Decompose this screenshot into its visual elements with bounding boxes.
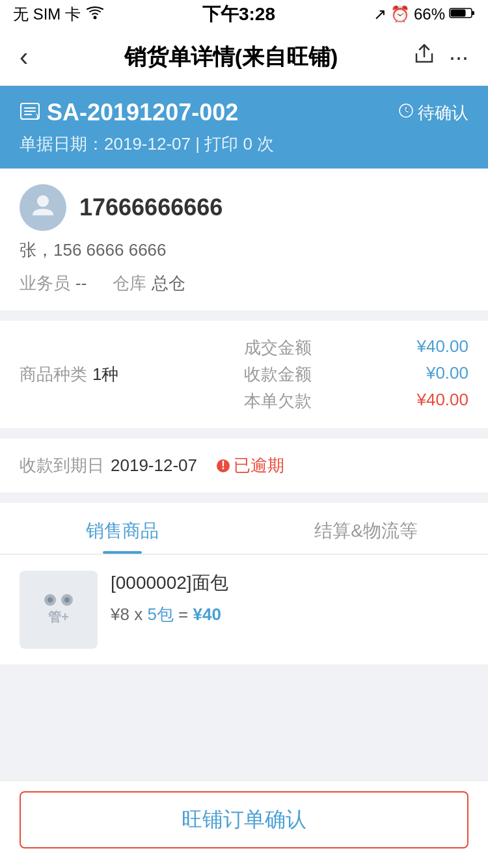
- amount-label: 成交金额: [244, 336, 312, 359]
- product-thumb-inner: 管+: [44, 594, 73, 626]
- product-info: [0000002]面包 ¥8 x 5包 = ¥40: [111, 571, 468, 626]
- sales-value: --: [75, 273, 87, 293]
- amounts: 成交金额 ¥40.00 收款金额 ¥0.00 本单欠款 ¥40.00: [244, 336, 468, 413]
- status-time: 下午3:28: [202, 2, 275, 27]
- share-icon[interactable]: [413, 42, 436, 72]
- carrier-text: 无 SIM 卡: [13, 4, 81, 25]
- clock-icon: [398, 103, 414, 123]
- order-date: 单据日期：2019-12-07 | 打印 0 次: [20, 133, 468, 156]
- order-id: SA-20191207-002: [20, 99, 238, 126]
- wifi-icon: [86, 5, 104, 23]
- alarm-icon: ⏰: [390, 5, 410, 23]
- type-value: 1种: [92, 363, 118, 386]
- overdue-dot-icon: !: [217, 459, 230, 472]
- nav-actions: ···: [403, 42, 468, 72]
- due-label: 收款到期日: [20, 454, 104, 477]
- product-thumbnail: 管+: [20, 571, 98, 649]
- product-total: ¥40: [193, 604, 221, 624]
- user-icon: [29, 191, 57, 225]
- customer-row: 17666666666: [20, 184, 468, 231]
- confirm-order-button[interactable]: 旺铺订单确认: [20, 791, 468, 848]
- debt-value: ¥40.00: [416, 390, 468, 413]
- battery-icon: [449, 5, 475, 23]
- brand-text: 管+: [48, 608, 69, 626]
- svg-point-0: [94, 16, 97, 20]
- status-carrier: 无 SIM 卡: [13, 4, 104, 25]
- status-bar: 无 SIM 卡 下午3:28 ↗ ⏰ 66%: [0, 0, 488, 29]
- customer-phone: 17666666666: [79, 194, 223, 221]
- product-price: ¥8 x 5包 = ¥40: [111, 603, 468, 626]
- amount-row-1: 成交金额 ¥40.00: [244, 336, 468, 359]
- due-date-value: 2019-12-07: [111, 455, 197, 476]
- sales-label: 业务员: [20, 272, 70, 295]
- location-icon: ↗: [373, 5, 386, 23]
- warehouse-label: 仓库: [113, 272, 146, 295]
- summary-section: 商品种类 1种 成交金额 ¥40.00 收款金额 ¥0.00 本单欠款 ¥40.…: [0, 321, 488, 428]
- product-qty: 5包: [147, 604, 173, 624]
- sales-meta: 业务员 --: [20, 272, 87, 295]
- overdue-text: 已逾期: [234, 454, 284, 477]
- product-name: [0000002]面包: [111, 571, 468, 595]
- price-value: ¥8: [111, 604, 129, 624]
- order-header: SA-20191207-002 待确认 单据日期：2019-12-07 | 打印…: [0, 86, 488, 169]
- bottom-action-area: 旺铺订单确认: [0, 780, 488, 868]
- battery-text: 66%: [414, 5, 445, 23]
- more-icon[interactable]: ···: [449, 44, 468, 71]
- tab-settlement[interactable]: 结算&物流等: [244, 503, 488, 554]
- page-title: 销货单详情(来自旺铺): [59, 42, 403, 72]
- debt-label: 本单欠款: [244, 390, 312, 413]
- overdue-badge: ! 已逾期: [210, 452, 291, 480]
- type-label: 商品种类: [20, 363, 87, 386]
- received-value: ¥0.00: [426, 363, 468, 386]
- received-label: 收款金额: [244, 363, 312, 386]
- svg-point-6: [37, 195, 49, 207]
- amount-row-3: 本单欠款 ¥40.00: [244, 390, 468, 413]
- nav-bar: ‹ 销货单详情(来自旺铺) ···: [0, 29, 488, 86]
- due-date-section: 收款到期日 2019-12-07 ! 已逾期: [0, 439, 488, 493]
- warehouse-value: 总仓: [152, 272, 185, 295]
- avatar: [20, 184, 66, 231]
- amount-value: ¥40.00: [416, 336, 468, 359]
- owl-eyes: [44, 594, 73, 606]
- order-id-icon: [20, 99, 40, 126]
- customer-meta: 业务员 -- 仓库 总仓: [20, 272, 468, 295]
- tab-products[interactable]: 销售商品: [0, 503, 244, 554]
- product-list: 管+ [0000002]面包 ¥8 x 5包 = ¥40: [0, 555, 488, 664]
- confirm-button-label: 旺铺订单确认: [182, 806, 306, 834]
- product-item: 管+ [0000002]面包 ¥8 x 5包 = ¥40: [0, 555, 488, 664]
- owl-eye-right: [61, 594, 73, 606]
- customer-name: 张，156 6666 6666: [20, 239, 468, 262]
- summary-card: 商品种类 1种 成交金额 ¥40.00 收款金额 ¥0.00 本单欠款 ¥40.…: [0, 321, 488, 428]
- amount-row-2: 收款金额 ¥0.00: [244, 363, 468, 386]
- customer-card: 17666666666 张，156 6666 6666 业务员 -- 仓库 总仓: [0, 169, 488, 310]
- svg-rect-3: [450, 10, 465, 17]
- order-status: 待确认: [398, 102, 468, 124]
- warehouse-meta: 仓库 总仓: [113, 272, 185, 295]
- owl-eye-left: [44, 594, 56, 606]
- status-right: ↗ ⏰ 66%: [373, 5, 475, 23]
- svg-rect-2: [472, 11, 474, 15]
- product-type: 商品种类 1种: [20, 336, 244, 413]
- tab-bar: 销售商品 结算&物流等: [0, 503, 488, 554]
- back-button[interactable]: ‹: [20, 42, 59, 72]
- status-text: 待确认: [418, 102, 468, 124]
